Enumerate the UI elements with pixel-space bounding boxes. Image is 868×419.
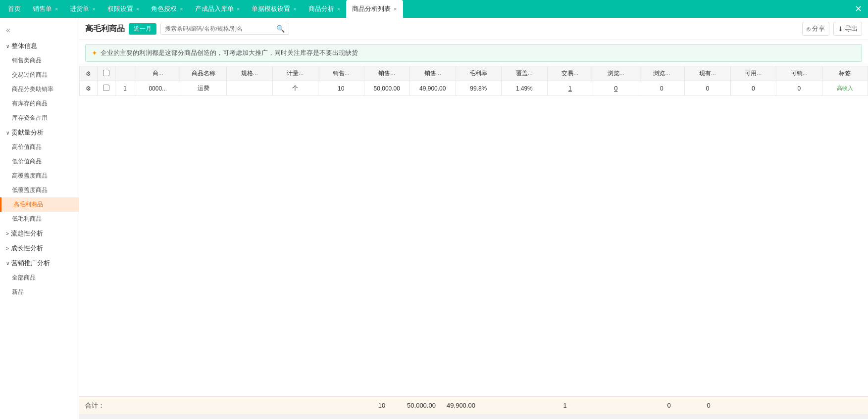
col-header-check	[98, 66, 115, 81]
info-bar: ✦ 企业的主要的利润都是这部分商品创造的，可考虑加大推广，同时关注库存是不要出现…	[85, 44, 862, 62]
sidebar-group-流趋性分析[interactable]: >流趋性分析	[0, 226, 79, 241]
sidebar-item-销售类商品[interactable]: 销售类商品	[0, 53, 79, 68]
col-header-stock1[interactable]: 现有...	[685, 66, 731, 81]
group-label: 贡献量分析	[11, 128, 44, 137]
nav-tab-产成品入库单[interactable]: 产成品入库单×	[189, 0, 246, 18]
col-header-stock2[interactable]: 可用...	[730, 66, 776, 81]
cell-num: 1	[115, 81, 135, 96]
group-label: 营销推广分析	[11, 259, 50, 268]
nav-tab-首页[interactable]: 首页	[2, 0, 27, 18]
info-icon: ✦	[92, 49, 98, 57]
sidebar-item-高毛利商品[interactable]: 高毛利商品	[0, 197, 79, 212]
cell-view1: 0	[593, 81, 639, 96]
view1-link[interactable]: 0	[614, 85, 617, 92]
col-header-salesGross[interactable]: 销售...	[410, 66, 456, 81]
nav-tab-角色授权[interactable]: 角色授权×	[145, 0, 189, 18]
footer-label: 合计：	[85, 401, 104, 410]
nav-tab-进货单[interactable]: 进货单×	[64, 0, 101, 18]
col-header-salesAmt[interactable]: 销售...	[364, 66, 410, 81]
share-button[interactable]: ⎋ 分享	[802, 22, 829, 36]
tab-close-icon[interactable]: ×	[92, 6, 95, 12]
group-arrow-icon: >	[6, 246, 9, 251]
footer-bar: 合计： 10 50,000.00 49,900.00 1 0 0	[79, 396, 868, 414]
group-arrow-icon: ∨	[6, 44, 9, 49]
col-header-code[interactable]: 商...	[135, 66, 181, 81]
nav-tab-商品分析列表[interactable]: 商品分析列表×	[346, 0, 403, 18]
col-header-spec[interactable]: 规格...	[227, 66, 273, 81]
tab-close-icon[interactable]: ×	[180, 6, 183, 12]
tab-close-icon[interactable]: ×	[55, 6, 58, 12]
nav-tab-商品分析[interactable]: 商品分析×	[303, 0, 346, 18]
table-wrapper[interactable]: ⚙商...商品名称规格...计量...销售...销售...销售...毛利率覆盖.…	[79, 66, 868, 396]
nav-tab-权限设置[interactable]: 权限设置×	[102, 0, 145, 18]
sidebar-item-库存资金占用[interactable]: 库存资金占用	[0, 111, 79, 125]
export-button[interactable]: ⬇ 导出	[833, 22, 862, 36]
sidebar-item-新品[interactable]: 新品	[0, 285, 79, 299]
sidebar-group-整体信息[interactable]: ∨整体信息	[0, 39, 79, 53]
bottom-scrollbar[interactable]	[79, 414, 868, 419]
cell-name: 运费	[181, 81, 227, 96]
tab-close-icon[interactable]: ×	[337, 6, 340, 12]
cell-unit: 个	[272, 81, 318, 96]
sidebar-item-交易过的商品[interactable]: 交易过的商品	[0, 68, 79, 82]
col-header-unit[interactable]: 计量...	[272, 66, 318, 81]
tab-close-icon[interactable]: ×	[394, 6, 397, 12]
sidebar-item-有库存的商品[interactable]: 有库存的商品	[0, 96, 79, 111]
col-header-view1[interactable]: 浏览...	[593, 66, 639, 81]
info-text: 企业的主要的利润都是这部分商品创造的，可考虑加大推广，同时关注库存是不要出现缺货	[101, 48, 358, 57]
cell-trans: 1	[547, 81, 593, 96]
sidebar-item-高覆盖度商品[interactable]: 高覆盖度商品	[0, 169, 79, 183]
sidebar-toggle-button[interactable]: «	[4, 24, 12, 37]
cell-salesQty: 10	[318, 81, 364, 96]
group-arrow-icon: >	[6, 231, 9, 236]
footer-sales-qty: 10	[362, 402, 402, 409]
col-header-name[interactable]: 商品名称	[181, 66, 227, 81]
col-header-tag[interactable]: 标签	[822, 66, 868, 81]
sidebar-group-营销推广分析[interactable]: ∨营销推广分析	[0, 256, 79, 271]
sidebar-item-商品分类助销率[interactable]: 商品分类助销率	[0, 82, 79, 96]
row-checkbox[interactable]	[103, 85, 109, 91]
top-nav: 首页销售单×进货单×权限设置×角色授权×产成品入库单×单据模板设置×商品分析×商…	[0, 0, 868, 18]
panel-title: 高毛利商品	[85, 24, 125, 34]
col-header-salesQty[interactable]: 销售...	[318, 66, 364, 81]
cell-grossRate: 99.8%	[456, 81, 502, 96]
sidebar-item-低覆盖度商品[interactable]: 低覆盖度商品	[0, 183, 79, 197]
period-button[interactable]: 近一月	[129, 23, 156, 35]
search-icon[interactable]: 🔍	[276, 25, 285, 33]
cell-salesAmt: 50,000.00	[364, 81, 410, 96]
col-header-stock3[interactable]: 可销...	[776, 66, 822, 81]
cell-spec	[227, 81, 273, 96]
sidebar-item-全部商品[interactable]: 全部商品	[0, 271, 79, 285]
nav-tab-单据模板设置[interactable]: 单据模板设置×	[246, 0, 302, 18]
sidebar-group-成长性分析[interactable]: >成长性分析	[0, 241, 79, 256]
group-label: 整体信息	[11, 42, 37, 50]
header-actions: ⎋ 分享 ⬇ 导出	[802, 22, 862, 36]
sidebar-item-高价值商品[interactable]: 高价值商品	[0, 140, 79, 154]
tab-close-icon[interactable]: ×	[293, 6, 296, 12]
select-all-checkbox[interactable]	[103, 70, 109, 76]
trans-link[interactable]: 1	[568, 85, 572, 92]
sidebar-item-低毛利商品[interactable]: 低毛利商品	[0, 212, 79, 226]
col-header-num	[115, 66, 135, 81]
tag-badge: 高收入	[837, 85, 853, 91]
cell-salesGross: 49,900.00	[410, 81, 456, 96]
sidebar-group-贡献量分析[interactable]: ∨贡献量分析	[0, 125, 79, 140]
table-row[interactable]: ⚙10000...运费个1050,000.0049,900.0099.8%1.4…	[80, 81, 868, 96]
col-header-trans[interactable]: 交易...	[547, 66, 593, 81]
footer-trans: 1	[545, 402, 585, 409]
nav-tab-销售单[interactable]: 销售单×	[27, 0, 64, 18]
window-close-button[interactable]: ✕	[851, 3, 866, 14]
col-header-grossRate[interactable]: 毛利率	[456, 66, 502, 81]
export-icon: ⬇	[838, 25, 843, 33]
sidebar-item-低价值商品[interactable]: 低价值商品	[0, 154, 79, 169]
cell-stock3: 0	[776, 81, 822, 96]
main-area: « ∨整体信息销售类商品交易过的商品商品分类助销率有库存的商品库存资金占用∨贡献…	[0, 18, 868, 419]
col-header-coverage[interactable]: 覆盖...	[502, 66, 548, 81]
tab-close-icon[interactable]: ×	[136, 6, 139, 12]
search-input[interactable]	[165, 25, 276, 32]
tab-close-icon[interactable]: ×	[237, 6, 240, 12]
cell-coverage: 1.49%	[502, 81, 548, 96]
cell-view2: 0	[639, 81, 685, 96]
content-panel: 高毛利商品 近一月 🔍 ⎋ 分享 ⬇ 导出 ✦ 企业的主要的利润都是这部分商品创…	[79, 18, 868, 419]
col-header-view2[interactable]: 浏览...	[639, 66, 685, 81]
